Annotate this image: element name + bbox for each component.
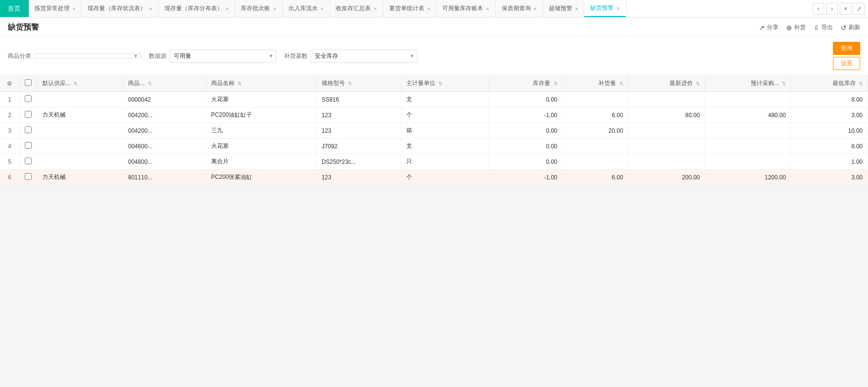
th-stock[interactable]: 库存量 ⇅ (489, 75, 562, 92)
tab-prev-button[interactable]: ‹ (813, 3, 824, 15)
row-checkbox-1[interactable] (25, 111, 32, 118)
cell-supplier-5: 力天机械 (37, 170, 123, 185)
th-code[interactable]: 商品... ⇅ (123, 75, 206, 92)
cell-checkbox-3[interactable] (19, 139, 37, 154)
tab-close-inout[interactable]: × (321, 6, 324, 12)
tab-inventory-status[interactable]: 现存量（库存状况表） × (82, 0, 158, 17)
cell-latest-price-3 (628, 139, 705, 154)
th-spec[interactable]: 规格型号 ⇅ (316, 75, 401, 92)
tab-close-avail[interactable]: × (486, 6, 489, 12)
th-replenish[interactable]: 补货量 ⇅ (562, 75, 628, 92)
cell-spec-2: 123 (316, 123, 401, 139)
th-min-stock[interactable]: 最低库存 ⇅ (791, 75, 868, 92)
cell-supplier-2 (37, 123, 123, 139)
query-button[interactable]: 查询 (833, 42, 860, 55)
category-filter-group: 商品分类 ▾ (8, 52, 141, 60)
sort-est-purchase-icon: ⇅ (782, 81, 786, 86)
settings-button[interactable]: 设置 (833, 57, 860, 70)
cell-replenish-4 (562, 154, 628, 170)
cell-replenish-0 (562, 92, 628, 107)
tab-batch-account[interactable]: 库存批次账 × (235, 0, 282, 17)
tab-label-expiry: 保质期查询 (502, 4, 531, 13)
cell-checkbox-4[interactable] (19, 154, 37, 170)
th-supplier[interactable]: 默认供应... ⇅ (37, 75, 123, 92)
replenish-button[interactable]: ⊕ 补货 (786, 23, 806, 32)
datasource-select[interactable]: 可用量 (169, 50, 276, 63)
cell-checkbox-1[interactable] (19, 107, 37, 123)
cell-stock-2: 0.00 (489, 123, 562, 139)
tab-label-inv-status: 现存量（库存状况表） (88, 4, 146, 13)
tab-overstock[interactable]: 超储预警 × (543, 0, 584, 17)
tab-home[interactable]: 首页 (0, 0, 29, 17)
sort-replenish-icon: ⇅ (619, 81, 623, 86)
row-checkbox-3[interactable] (25, 142, 32, 149)
cell-min-stock-3: 8.00 (791, 139, 868, 154)
cell-supplier-0 (37, 92, 123, 107)
tab-close-overstock[interactable]: × (575, 6, 578, 12)
datasource-value: 可用量 (174, 52, 191, 60)
th-replenish-label: 补货量 (598, 80, 616, 87)
tab-close-inv-dist[interactable]: × (226, 6, 229, 12)
cell-index-4: 5 (0, 154, 19, 170)
tab-label-inv-dist: 现存量（库存分布表） (164, 4, 223, 13)
th-unit[interactable]: 主计量单位 ⇅ (401, 75, 489, 92)
column-select-all[interactable] (19, 75, 37, 92)
header-actions: ↗ 分享 ⊕ 补货 ⇩ 导出 ↺ 刷新 (759, 23, 860, 32)
row-checkbox-2[interactable] (25, 126, 32, 133)
select-all-checkbox[interactable] (25, 79, 32, 86)
cell-latest-price-1: 80.00 (628, 107, 705, 123)
tab-freeze-anomaly[interactable]: 拣货异常处理 × (29, 0, 82, 17)
cell-supplier-1: 力天机械 (37, 107, 123, 123)
th-latest-price[interactable]: 最新进价 ⇅ (628, 75, 705, 92)
replenish-label: 补货 (794, 23, 806, 32)
tab-avail-ledger[interactable]: 可用量库存账本 × (436, 0, 495, 17)
tab-close-batch[interactable]: × (273, 6, 276, 12)
column-settings-icon[interactable]: ⚙ (0, 75, 19, 92)
cell-checkbox-2[interactable] (19, 123, 37, 139)
cell-name-0: 火花塞 (206, 92, 316, 107)
tab-recv-summary[interactable]: 收发存汇总表 × (330, 0, 383, 17)
th-name[interactable]: 商品名称 ⇅ (206, 75, 316, 92)
tab-fullscreen-button[interactable]: ⤢ (853, 3, 865, 15)
tab-shortage[interactable]: 缺货预警 × (584, 0, 626, 17)
cell-checkbox-0[interactable] (19, 92, 37, 107)
export-button[interactable]: ⇩ 导出 (814, 23, 833, 32)
tab-close-shortage[interactable]: × (616, 5, 619, 11)
tab-close-recv[interactable]: × (374, 6, 377, 12)
cell-min-stock-2: 10.00 (791, 123, 868, 139)
tab-expiry[interactable]: 保质期查询 × (496, 0, 543, 17)
cell-index-0: 1 (0, 92, 19, 107)
sort-name-icon: ⇅ (237, 81, 241, 86)
cell-unit-5: 个 (401, 170, 489, 185)
table-row: 5 004800... 离合片 DS250*23c... 只 0.00 1.00 (0, 154, 868, 170)
export-icon: ⇩ (814, 24, 819, 32)
tab-close-expiry[interactable]: × (534, 6, 537, 12)
tab-order-stat[interactable]: 要货单统计表 × (383, 0, 436, 17)
tab-inout-flow[interactable]: 出入库流水 × (283, 0, 330, 17)
row-checkbox-0[interactable] (25, 95, 32, 102)
cell-est-purchase-0 (705, 92, 791, 107)
tab-inventory-dist[interactable]: 现存量（库存分布表） × (159, 0, 235, 17)
tab-next-button[interactable]: › (826, 3, 838, 15)
cell-supplier-3 (37, 139, 123, 154)
cell-latest-price-2 (628, 123, 705, 139)
tab-close-freeze[interactable]: × (72, 6, 75, 12)
refresh-button[interactable]: ↺ 刷新 (841, 23, 860, 32)
cell-est-purchase-1: 480.00 (705, 107, 791, 123)
replenish-base-select-container: 安全库存 ▾ (310, 50, 417, 63)
th-stock-label: 库存量 (533, 80, 550, 87)
share-button[interactable]: ↗ 分享 (759, 23, 778, 32)
replenish-base-select[interactable]: 安全库存 (310, 50, 417, 63)
th-est-purchase[interactable]: 预计采购... ⇅ (705, 75, 791, 92)
cell-latest-price-4 (628, 154, 705, 170)
cell-checkbox-5[interactable] (19, 170, 37, 185)
tab-close-all-button[interactable]: × (840, 3, 851, 15)
row-checkbox-5[interactable] (25, 173, 32, 180)
refresh-label: 刷新 (849, 23, 860, 32)
tab-close-order[interactable]: × (427, 6, 430, 12)
category-select[interactable] (34, 53, 141, 58)
datasource-select-container: 可用量 ▾ (169, 50, 276, 63)
cell-name-2: 三九 (206, 123, 316, 139)
tab-close-inv-status[interactable]: × (149, 6, 152, 12)
row-checkbox-4[interactable] (25, 158, 32, 164)
